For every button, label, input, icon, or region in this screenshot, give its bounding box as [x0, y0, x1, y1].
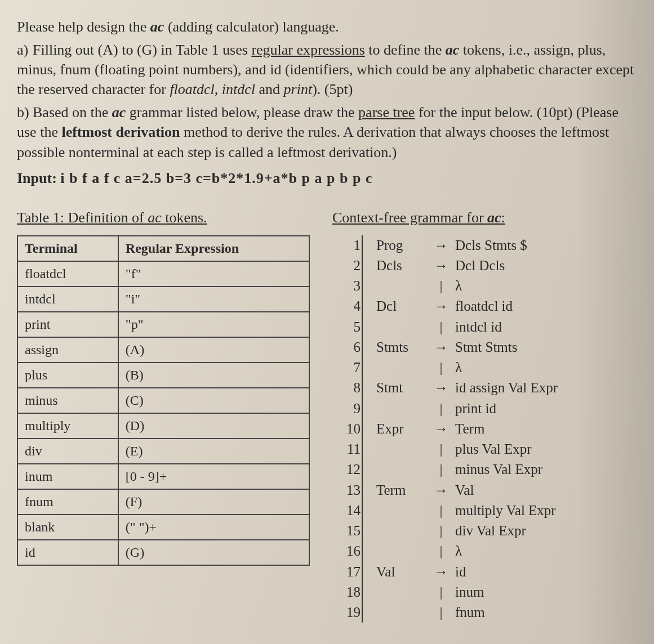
rule-rhs: multiply Val Expr: [455, 500, 637, 521]
text: (adding calculator) language.: [164, 19, 339, 35]
cell-regex: (E): [118, 439, 309, 464]
grammar-title: Context-free grammar for ac:: [332, 209, 637, 226]
rule-lhs: Dcl: [376, 296, 427, 316]
token-table: Terminal Regular Expression floatdcl"f"i…: [17, 235, 310, 566]
rule-arrow: |: [427, 459, 455, 480]
rule-arrow: |: [427, 602, 455, 623]
grammar-rule: 8Stmt→id assign Val Expr: [332, 378, 637, 398]
rule-lhs: Val: [376, 562, 427, 582]
grammar-rule: 12|minus Val Expr: [332, 459, 637, 480]
rule-bar: [362, 317, 368, 337]
rule-lhs: [376, 317, 427, 337]
table-row: id(G): [17, 540, 309, 565]
rule-lhs: Expr: [376, 419, 427, 439]
col-regex: Regular Expression: [118, 236, 309, 261]
text: tokens.: [162, 209, 207, 226]
text: grammar listed below, please draw the: [126, 104, 358, 120]
rule-rhs: Dcls Stmts $: [455, 235, 637, 256]
rule-rhs: print id: [455, 399, 637, 419]
rule-number: 19: [332, 602, 362, 623]
rule-number: 1: [332, 235, 362, 256]
text-underline: regular expressions: [251, 42, 364, 58]
table-row: intdcl"i": [17, 287, 309, 312]
text-bold: leftmost derivation: [61, 124, 180, 140]
rule-rhs: id assign Val Expr: [455, 378, 637, 398]
rule-lhs: Term: [376, 480, 427, 500]
rule-lhs: Stmt: [376, 378, 427, 398]
table-row: inum[0 - 9]+: [17, 464, 309, 489]
input-line: Input: i b f a f c a=2.5 b=3 c=b*2*1.9+a…: [17, 170, 637, 187]
rule-arrow: →: [427, 235, 455, 256]
rule-rhs: intdcl id: [455, 317, 637, 337]
rule-number: 14: [332, 500, 362, 521]
cell-terminal: intdcl: [17, 287, 118, 312]
grammar-rule: 5|intdcl id: [332, 317, 637, 337]
cell-regex: (B): [118, 363, 309, 388]
input-label: Input:: [17, 170, 57, 186]
grammar-rule: 7|λ: [332, 357, 637, 378]
grammar-rule: 19|fnum: [332, 602, 637, 623]
cell-terminal: minus: [17, 388, 118, 413]
rule-arrow: |: [427, 541, 455, 561]
grammar-rule: 10Expr→Term: [332, 419, 637, 439]
rule-rhs: λ: [455, 276, 637, 296]
keyword-ac: ac: [150, 19, 164, 35]
text: Please help design the: [17, 19, 150, 35]
text: ). (5pt): [312, 81, 353, 97]
table-row: assign(A): [17, 337, 309, 363]
cell-terminal: plus: [17, 363, 118, 388]
table-header-row: Terminal Regular Expression: [17, 236, 309, 261]
grammar-rule: 2Dcls→Dcl Dcls: [332, 256, 637, 276]
cell-regex: (G): [118, 540, 309, 565]
rule-number: 18: [332, 582, 362, 602]
rule-lhs: [376, 602, 427, 623]
rule-rhs: λ: [455, 357, 637, 378]
grammar-rule: 13Term→Val: [332, 480, 637, 500]
rule-bar: [362, 337, 368, 357]
rule-number: 10: [332, 419, 362, 439]
rule-arrow: |: [427, 276, 455, 296]
rule-number: 15: [332, 521, 362, 541]
rule-arrow: |: [427, 317, 455, 337]
table-row: floatdcl"f": [17, 261, 309, 287]
columns: Table 1: Definition of ac tokens. Termin…: [17, 209, 637, 623]
cell-terminal: blank: [17, 515, 118, 540]
table-row: blank(" ")+: [17, 515, 309, 540]
rule-lhs: [376, 521, 427, 541]
input-text: i b f a f c a=2.5 b=3 c=b*2*1.9+a*b p a …: [60, 170, 372, 186]
rule-number: 3: [332, 276, 362, 296]
problem-statement: Please help design the ac (adding calcul…: [17, 17, 637, 162]
text-italic: print: [284, 81, 313, 97]
rule-rhs: Dcl Dcls: [455, 256, 637, 276]
grammar-rule: 6Stmts→Stmt Stmts: [332, 337, 637, 357]
rule-number: 12: [332, 459, 362, 480]
rule-number: 4: [332, 296, 362, 316]
rule-bar: [362, 459, 368, 480]
part-b-label: b): [17, 102, 33, 122]
rule-arrow: →: [427, 378, 455, 398]
cell-terminal: id: [17, 540, 118, 565]
rule-bar: [362, 399, 368, 419]
rule-rhs: Val: [455, 480, 637, 500]
rule-rhs: λ: [455, 541, 637, 561]
grammar-rule: 16|λ: [332, 541, 637, 561]
grammar-rule: 14|multiply Val Expr: [332, 500, 637, 521]
table-row: minus(C): [17, 388, 309, 413]
grammar-rule: 3|λ: [332, 276, 637, 296]
table-row: print"p": [17, 312, 309, 337]
keyword-ac: ac: [112, 104, 126, 120]
rule-rhs: floatdcl id: [455, 296, 637, 316]
cell-terminal: floatdcl: [17, 261, 118, 287]
rule-bar: [362, 582, 368, 602]
grammar-rule: 1Prog→Dcls Stmts $: [332, 235, 637, 256]
cell-terminal: assign: [17, 337, 118, 363]
rule-lhs: [376, 357, 427, 378]
rule-rhs: div Val Expr: [455, 521, 637, 541]
intro-line-1: Please help design the ac (adding calcul…: [17, 17, 637, 37]
cell-regex: (C): [118, 388, 309, 413]
rule-bar: [362, 276, 368, 296]
table-row: plus(B): [17, 363, 309, 388]
part-a: a)Filling out (A) to (G) in Table 1 uses…: [17, 40, 637, 99]
rule-arrow: |: [427, 521, 455, 541]
text: Context-free grammar for: [332, 209, 487, 226]
